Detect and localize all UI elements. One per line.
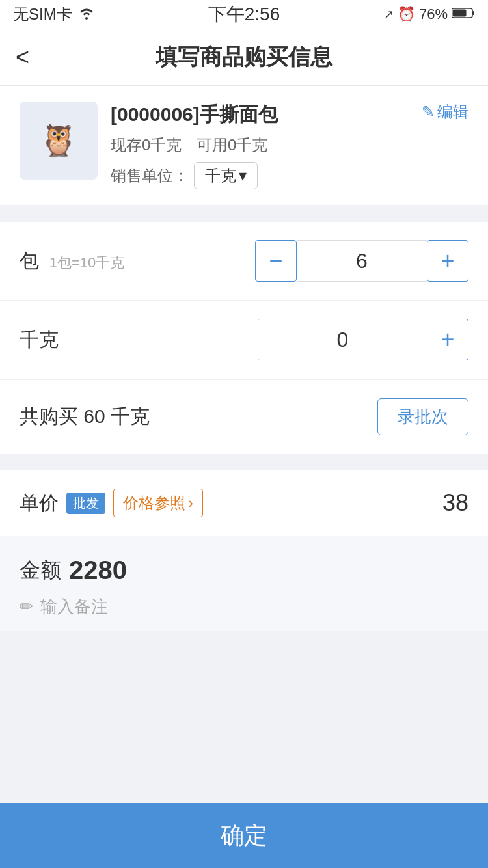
kg-label-group: 千克 xyxy=(20,327,59,353)
product-name: [0000006]手撕面包 xyxy=(111,102,409,128)
remark-label: 输入备注 xyxy=(40,595,108,618)
confirm-button[interactable]: 确定 xyxy=(0,803,488,868)
status-time: 下午2:56 xyxy=(208,2,280,27)
kg-qty-input[interactable] xyxy=(258,319,427,360)
price-row: 单价 批发 价格参照 › 38 xyxy=(0,470,488,536)
pencil-icon: ✏ xyxy=(20,597,34,617)
bao-input-row: 包 1包=10千克 − + xyxy=(0,222,488,301)
bao-label: 包 xyxy=(20,250,39,271)
product-info: [0000006]手撕面包 现存0千克 可用0千克 销售单位： 千克 ▾ xyxy=(111,102,409,189)
input-section: 包 1包=10千克 − + 千克 + xyxy=(0,222,488,379)
price-section: 单价 批发 价格参照 › 38 xyxy=(0,470,488,536)
price-label: 单价 xyxy=(20,490,59,517)
battery-icon xyxy=(452,6,475,23)
product-image: 🦉 xyxy=(20,102,98,180)
price-label-group: 单价 批发 价格参照 › xyxy=(20,489,203,517)
amount-section: 金额 2280 ✏ 输入备注 xyxy=(0,536,488,631)
kg-controls: + xyxy=(258,319,468,360)
status-left: 无SIM卡 xyxy=(13,4,96,25)
batch-button[interactable]: 录批次 xyxy=(377,398,468,435)
product-thumbnail: 🦉 xyxy=(39,122,78,159)
chevron-down-icon: ▾ xyxy=(239,167,247,185)
divider-1 xyxy=(0,211,488,222)
location-icon: ↗ xyxy=(384,7,394,21)
summary-text: 共购买 60 千克 xyxy=(20,403,150,430)
wifi-icon xyxy=(77,5,96,23)
alarm-icon: ⏰ xyxy=(398,6,415,23)
edit-button[interactable]: ✎ 编辑 xyxy=(422,102,468,122)
bao-controls: − + xyxy=(255,240,468,282)
kg-plus-button[interactable]: + xyxy=(427,319,468,360)
carrier-text: 无SIM卡 xyxy=(13,4,72,25)
amount-label: 金额 xyxy=(20,556,61,585)
bao-label-group: 包 1包=10千克 xyxy=(20,248,124,275)
bao-minus-button[interactable]: − xyxy=(255,240,297,282)
edit-icon: ✎ xyxy=(422,103,435,121)
price-value: 38 xyxy=(442,489,468,517)
product-unit: 销售单位： 千克 ▾ xyxy=(111,162,409,189)
svg-rect-1 xyxy=(472,11,474,15)
kg-input-row: 千克 + xyxy=(0,301,488,379)
unit-select[interactable]: 千克 ▾ xyxy=(194,162,258,189)
amount-value: 2280 xyxy=(69,556,127,585)
batch-tag: 批发 xyxy=(66,493,105,514)
product-stock: 现存0千克 可用0千克 xyxy=(111,135,409,156)
nav-bar: < 填写商品购买信息 xyxy=(0,29,488,86)
product-card: 🦉 [0000006]手撕面包 现存0千克 可用0千克 销售单位： 千克 ▾ ✎… xyxy=(0,86,488,211)
kg-label: 千克 xyxy=(20,329,59,350)
remark-row[interactable]: ✏ 输入备注 xyxy=(20,595,468,625)
divider-2 xyxy=(0,460,488,470)
bao-qty-input[interactable] xyxy=(297,240,427,282)
status-right: ↗ ⏰ 76% xyxy=(384,6,475,23)
battery-text: 76% xyxy=(419,6,448,23)
price-ref-button[interactable]: 价格参照 › xyxy=(113,489,203,517)
status-bar: 无SIM卡 下午2:56 ↗ ⏰ 76% xyxy=(0,0,488,29)
back-button[interactable]: < xyxy=(16,44,29,71)
summary-row: 共购买 60 千克 录批次 xyxy=(0,379,488,460)
bao-plus-button[interactable]: + xyxy=(427,240,468,282)
amount-row: 金额 2280 xyxy=(20,556,468,585)
svg-rect-2 xyxy=(453,10,467,17)
bao-hint: 1包=10千克 xyxy=(49,254,125,271)
arrow-icon: › xyxy=(188,494,193,512)
page-title: 填写商品购买信息 xyxy=(156,42,332,72)
